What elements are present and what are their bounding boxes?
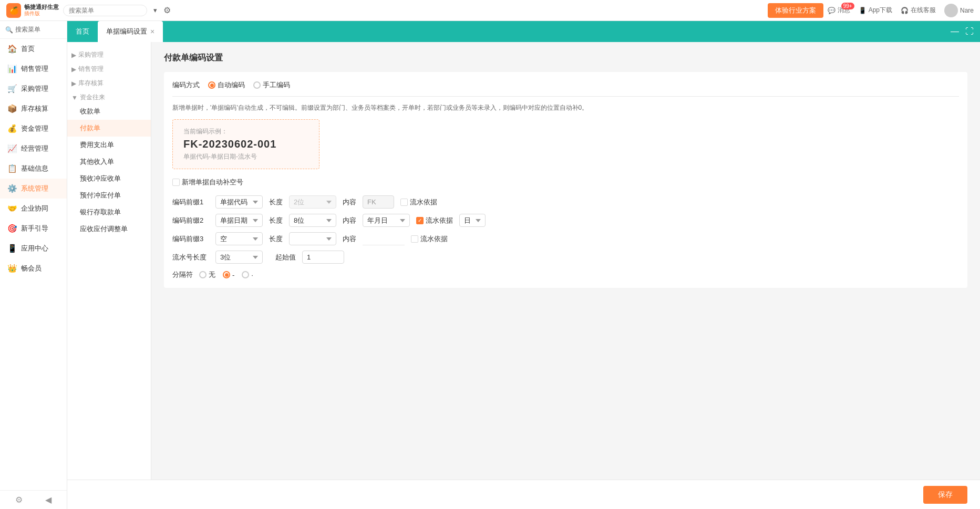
encoding-method-row: 编码方式 自动编码 手工编码 (172, 80, 959, 90)
sidebar-item-sales[interactable]: 📊 销售管理 (0, 59, 67, 79)
minimize-button[interactable]: — (948, 25, 961, 38)
sidebar-item-operations[interactable]: 📈 经营管理 (0, 139, 67, 159)
length-label-1: 长度 (269, 198, 283, 207)
left-menu-item-adjust[interactable]: 应收应付调整单 (67, 221, 151, 237)
sidebar-item-base-info[interactable]: 📋 基础信息 (0, 159, 67, 179)
settings-bottom-icon[interactable]: ⚙ (15, 495, 23, 505)
left-menu-item-other-income[interactable]: 其他收入单 (67, 153, 151, 170)
field-label-2: 编码前缀2 (172, 216, 209, 225)
radio-auto[interactable]: 自动编码 (208, 80, 245, 90)
finance-icon: 💰 (7, 124, 17, 133)
enterprise-icon: 🤝 (7, 204, 17, 213)
serial-length-select[interactable]: 3位 (215, 251, 263, 264)
logo: 🍊 畅捷通好生意 插件版 (6, 3, 59, 18)
auto-fill-checkbox[interactable]: 新增单据自动补空号 (172, 178, 243, 187)
maximize-button[interactable]: ⛶ (963, 25, 976, 38)
auto-fill-row: 新增单据自动补空号 (172, 178, 959, 187)
sidebar-bottom: ⚙ ◀ (0, 490, 67, 509)
left-menu: ▶ 采购管理 ▶ 销售管理 ▶ 库存核算 ▼ 资金往来 收款单 付款单 费用支出… (67, 42, 151, 480)
start-value-label: 起始值 (275, 253, 296, 262)
prefix1-select[interactable]: 单据代码 (215, 195, 263, 209)
stream1-checkbox[interactable]: 流水依据 (400, 198, 437, 207)
chevron-right-icon2: ▶ (71, 66, 76, 73)
trial-button[interactable]: 体验行业方案 (768, 3, 823, 18)
logo-icon: 🍊 (6, 3, 21, 18)
radio-group: 自动编码 手工编码 (208, 80, 290, 90)
separator-row: 分隔符 无 - · (172, 270, 959, 279)
separator-options: 无 - · (199, 270, 253, 279)
message-item[interactable]: 💬 消息 99+ (828, 6, 850, 15)
length1-select[interactable]: 2位 (289, 195, 336, 209)
sidebar-search[interactable]: 🔍 搜索菜单 (0, 21, 67, 39)
left-menu-item-prepay-ap[interactable]: 预付冲应付单 (67, 187, 151, 204)
base-info-icon: 📋 (7, 164, 17, 173)
content-label-2: 内容 (343, 216, 356, 225)
service-item[interactable]: 🎧 在线客服 (901, 6, 936, 15)
length2-select[interactable]: 8位 (289, 214, 336, 227)
left-menu-item-payment[interactable]: 付款单 (67, 120, 151, 137)
sidebar-item-purchase[interactable]: 🛒 采购管理 (0, 79, 67, 99)
stream3-checkbox[interactable]: 流水依据 (411, 234, 448, 244)
left-menu-group-sales[interactable]: ▶ 销售管理 (67, 60, 151, 75)
sidebar-item-inventory[interactable]: 📦 库存核算 (0, 99, 67, 119)
encoding-tab-label: 单据编码设置 (106, 27, 147, 36)
sidebar-item-member[interactable]: 👑 畅会员 (0, 258, 67, 278)
length-label-2: 长度 (269, 216, 283, 225)
stream2-period-select[interactable]: 日 (459, 214, 486, 227)
radio-manual[interactable]: 手工编码 (253, 80, 290, 90)
gear-icon[interactable]: ⚙ (163, 5, 171, 15)
separator-none[interactable]: 无 (199, 270, 215, 279)
serial-row: 流水号长度 3位 起始值 (172, 251, 959, 264)
dropdown-icon[interactable]: ▾ (149, 5, 161, 16)
sidebar-item-appstore[interactable]: 📱 应用中心 (0, 238, 67, 258)
operations-icon: 📈 (7, 144, 17, 153)
prefix3-select[interactable]: 空 (215, 232, 263, 245)
sidebar-item-system[interactable]: ⚙️ 系统管理 (0, 179, 67, 199)
encoding-panel: 编码方式 自动编码 手工编码 (164, 72, 967, 288)
separator-dot[interactable]: · (242, 271, 253, 279)
home-icon: 🏠 (7, 44, 17, 54)
chevron-down-icon: ▼ (71, 94, 78, 101)
sidebar-item-home[interactable]: 🏠 首页 (0, 39, 67, 59)
separator-dash[interactable]: - (223, 271, 234, 279)
left-menu-group-inventory[interactable]: ▶ 库存核算 (67, 75, 151, 89)
collapse-icon[interactable]: ◀ (45, 495, 51, 505)
tab-encoding-settings[interactable]: 单据编码设置 × (98, 21, 163, 42)
content3-input[interactable] (363, 233, 405, 245)
divider1 (172, 96, 959, 97)
logo-text: 畅捷通好生意 插件版 (24, 4, 59, 17)
example-box: 当前编码示例： FK-20230602-001 单据代码-单据日期-流水号 (172, 119, 319, 169)
home-tab-label: 首页 (76, 27, 89, 36)
stream2-checkbox[interactable]: 流水依据 (416, 216, 453, 225)
left-menu-item-bank[interactable]: 银行存取款单 (67, 204, 151, 221)
sidebar-item-guide[interactable]: 🎯 新手引导 (0, 219, 67, 238)
content2-select[interactable]: 年月日 (363, 214, 410, 227)
prefix2-select[interactable]: 单据日期 (215, 214, 263, 227)
start-value-input[interactable] (302, 251, 344, 264)
topbar-right: 💬 消息 99+ 📱 App下载 🎧 在线客服 Nare (828, 4, 974, 17)
download-item[interactable]: 📱 App下载 (859, 6, 892, 15)
left-menu-group-purchase[interactable]: ▶ 采购管理 (67, 46, 151, 60)
tab-close-icon[interactable]: × (150, 28, 154, 35)
example-sub: 单据代码-单据日期-流水号 (183, 152, 308, 161)
user-item[interactable]: Nare (944, 4, 974, 17)
save-button[interactable]: 保存 (923, 486, 967, 504)
left-menu-item-receipt[interactable]: 收款单 (67, 103, 151, 120)
sidebar-item-enterprise[interactable]: 🤝 企业协同 (0, 199, 67, 219)
page-title: 付款单编码设置 (164, 53, 967, 64)
tab-home[interactable]: 首页 (67, 21, 98, 42)
sidebar-item-finance[interactable]: 💰 资金管理 (0, 119, 67, 139)
left-menu-item-expense[interactable]: 费用支出单 (67, 137, 151, 153)
content-label-1: 内容 (343, 198, 356, 207)
main-content: 付款单编码设置 编码方式 自动编码 手工编码 (151, 42, 980, 480)
search-input[interactable] (63, 5, 147, 16)
separator-dot-radio (242, 271, 249, 278)
inventory-icon: 📦 (7, 104, 17, 113)
guide-icon: 🎯 (7, 224, 17, 233)
field-row-1: 编码前缀1 单据代码 长度 2位 内容 FK 流水依据 (172, 195, 959, 209)
download-icon: 📱 (859, 7, 866, 14)
field-label-1: 编码前缀1 (172, 198, 209, 207)
left-menu-item-prepay-ar[interactable]: 预收冲应收单 (67, 170, 151, 187)
left-menu-group-fund[interactable]: ▼ 资金往来 (67, 89, 151, 103)
length3-select[interactable] (289, 232, 336, 245)
